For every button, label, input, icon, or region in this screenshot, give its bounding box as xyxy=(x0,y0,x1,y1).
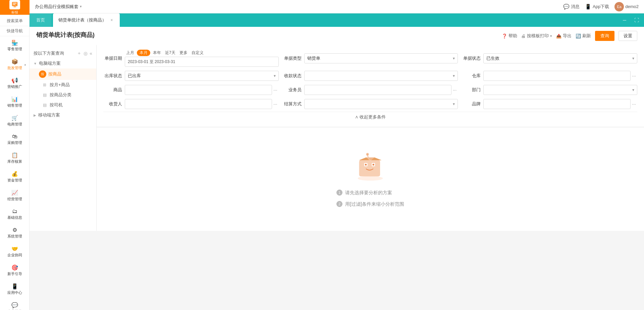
industry-selector[interactable]: 办公用品行业模拟账套 ▾ xyxy=(35,4,82,10)
collapse-bar[interactable]: ∧ 收起更多条件 xyxy=(103,112,637,122)
empty-step-2: 2 用[过滤]条件来缩小分析范围 xyxy=(336,199,404,209)
tree-category-mobile-label: 移动端方案 xyxy=(38,112,60,118)
tree-item-by-month-product[interactable]: ⊞ 按月+商品 xyxy=(30,80,96,90)
date-tag-last-month[interactable]: 上月 xyxy=(125,50,136,56)
svg-rect-5 xyxy=(359,160,380,176)
sidebar-item-operations[interactable]: 📈 经营管理 xyxy=(0,186,29,205)
tab-minimize-btn[interactable]: ─ xyxy=(620,15,629,25)
warehouse-input[interactable] xyxy=(483,71,631,81)
refresh-btn[interactable]: 🔄 刷新 xyxy=(576,33,591,39)
export-btn[interactable]: 📤 导出 xyxy=(556,33,572,39)
date-tag-custom[interactable]: 自定义 xyxy=(190,50,205,56)
sidebar-item-basics[interactable]: 🗂 基础信息 xyxy=(0,205,29,223)
search-menu[interactable]: 搜索菜单 xyxy=(0,15,29,26)
sidebar-item-procurement[interactable]: 🛍 采购管理 xyxy=(0,130,29,149)
sidebar-item-sales[interactable]: 📊 销售管理 xyxy=(0,93,29,111)
tree-category-pc[interactable]: ▼ 电脑端方案 xyxy=(30,58,96,68)
wechat-icon: 💬 xyxy=(11,302,18,308)
brand-input[interactable] xyxy=(483,99,631,109)
status-label: 单据状态 xyxy=(462,55,481,61)
dept-select[interactable]: ▾ xyxy=(483,85,637,95)
help-btn[interactable]: ❓ 帮助 xyxy=(502,33,517,39)
date-tag-this-month[interactable]: 本月 xyxy=(137,50,150,56)
app-download-btn[interactable]: 📱 App下载 xyxy=(585,4,609,10)
sidebar-item-enterprise[interactable]: 🤝 企业协同 xyxy=(0,242,29,261)
dept-arrow: ▾ xyxy=(632,88,634,92)
tree-item-by-company[interactable]: ▤ 按司机 xyxy=(30,100,96,110)
salesperson-label: 业务员 xyxy=(283,87,302,93)
ecommerce-icon: 🛒 xyxy=(11,115,18,121)
tree-settings-icon[interactable]: ◎ xyxy=(84,51,88,56)
quick-nav[interactable]: 快捷导航 xyxy=(0,26,29,36)
sidebar: 标报 搜索菜单 快捷导航 🏪 零售管理 📦 批发管理 📢 营销推广 📊 销售管理… xyxy=(0,0,30,310)
filter-row-2: 出库状态 已出库 ▾ 收款状态 xyxy=(103,71,637,81)
svg-rect-3 xyxy=(13,7,16,7)
receipt-status-control: ▾ xyxy=(304,71,458,81)
mobile-expand-icon: ▶ xyxy=(34,113,36,117)
template-print-btn[interactable]: 🖨 按模板打印 ▾ xyxy=(521,33,552,39)
receipt-dropdown-arrow: ▾ xyxy=(453,73,455,78)
salesperson-dots-btn[interactable]: ··· xyxy=(451,87,458,93)
header-right: 💬 消息 📱 App下载 Ea demo2 xyxy=(563,2,639,11)
tab-active[interactable]: 销货单统计表（按商品） × xyxy=(53,13,120,27)
sidebar-item-wholesale[interactable]: 📦 批发管理 xyxy=(0,55,29,74)
warehouse-dots-btn[interactable]: ··· xyxy=(631,73,637,79)
tree-header: 按以下方案查询 ＋ ◎ « xyxy=(30,48,96,58)
out-status-select[interactable]: 已出库 ▾ xyxy=(125,71,279,81)
messages-btn[interactable]: 💬 消息 xyxy=(563,4,580,10)
date-range-input[interactable]: 2023-03-01 至 2023-03-31 xyxy=(125,57,279,67)
type-select[interactable]: 销货单 ▾ xyxy=(304,53,458,63)
tab-close-btn[interactable]: × xyxy=(109,17,114,23)
app-logo[interactable]: 标报 xyxy=(0,0,30,15)
out-status-arrow: ▾ xyxy=(274,73,276,78)
sidebar-item-retail[interactable]: 🏪 零售管理 xyxy=(0,36,29,55)
product-dots-btn[interactable]: ··· xyxy=(272,87,279,93)
page-title: 销货单统计表(按商品) xyxy=(36,31,95,39)
sales-icon: 📊 xyxy=(11,96,18,102)
tree-add-icon[interactable]: ＋ xyxy=(77,50,82,56)
filter-doc-status: 单据状态 已生效 ▾ xyxy=(462,50,637,67)
dept-label: 部门 xyxy=(462,87,481,93)
tab-home[interactable]: 首页 xyxy=(30,13,52,27)
query-button[interactable]: 查询 xyxy=(595,31,614,41)
product-input[interactable] xyxy=(125,85,272,95)
recipient-dots-btn[interactable]: ··· xyxy=(272,101,279,107)
settlement-select[interactable]: ▾ xyxy=(304,99,458,109)
recipient-input[interactable] xyxy=(125,99,272,109)
date-tag-more[interactable]: 更多 xyxy=(178,50,189,56)
svg-rect-0 xyxy=(12,2,17,6)
settings-button[interactable]: 设置 xyxy=(619,31,637,41)
tab-expand-btn[interactable]: ⛶ xyxy=(632,15,641,25)
sidebar-item-ecommerce[interactable]: 🛒 电商管理 xyxy=(0,111,29,130)
date-tag-7days[interactable]: 近7天 xyxy=(164,50,177,56)
step-num-1: 1 xyxy=(336,190,342,196)
date-tag-this-year[interactable]: 本年 xyxy=(152,50,162,56)
user-avatar: Ea xyxy=(614,2,624,11)
receipt-status-select[interactable]: ▾ xyxy=(304,71,458,81)
tree-category-mobile[interactable]: ▶ 移动端方案 xyxy=(30,110,96,120)
company-icon: ▤ xyxy=(42,102,48,108)
sidebar-item-finance[interactable]: 💰 资金管理 xyxy=(0,167,29,186)
user-menu[interactable]: Ea demo2 xyxy=(614,2,639,11)
svg-rect-2 xyxy=(13,4,15,5)
help-icon: ❓ xyxy=(502,34,507,39)
sidebar-item-appstore[interactable]: 📱 应用中心 xyxy=(0,280,29,299)
month-product-icon: ⊞ xyxy=(42,82,48,88)
brand-dots-btn[interactable]: ··· xyxy=(631,101,637,107)
status-select[interactable]: 已生效 ▾ xyxy=(483,53,637,63)
sidebar-item-marketing[interactable]: 📢 营销推广 xyxy=(0,74,29,93)
salesperson-input[interactable] xyxy=(304,85,451,95)
sidebar-item-system[interactable]: ⚙ 系统管理 xyxy=(0,223,29,242)
sidebar-item-inventory[interactable]: 📋 库存核算 xyxy=(0,149,29,167)
appstore-icon: 📱 xyxy=(11,283,18,290)
main-container: 办公用品行业模拟账套 ▾ 💬 消息 📱 App下载 Ea demo2 首页 xyxy=(30,0,644,310)
tree-collapse-icon[interactable]: « xyxy=(90,51,92,56)
sidebar-item-wechat[interactable]: 💬 企业微信 xyxy=(0,299,29,310)
wholesale-icon: 📦 xyxy=(11,58,18,65)
filter-receipt-status: 收款状态 ▾ xyxy=(283,71,458,81)
print-icon: 🖨 xyxy=(521,34,526,39)
sidebar-item-newbie[interactable]: 🎯 新手引导 xyxy=(0,261,29,280)
finance-icon: 💰 xyxy=(11,171,18,177)
tree-item-by-category[interactable]: ▤ 按商品分类 xyxy=(30,90,96,100)
tree-item-by-product[interactable]: 按 按商品 xyxy=(30,68,96,80)
